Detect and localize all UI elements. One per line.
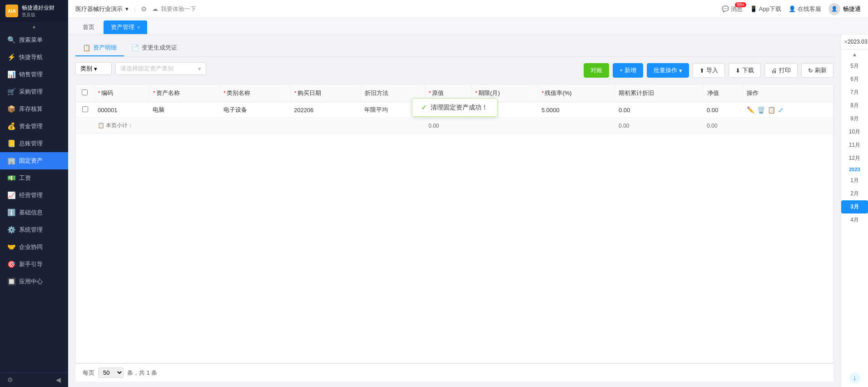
new-button[interactable]: + 新增 xyxy=(613,63,643,78)
month-9[interactable]: 9月 xyxy=(841,112,868,125)
sidebar-item-purchase[interactable]: 🛒 采购管理 xyxy=(0,83,68,100)
import-icon: ⬆ xyxy=(699,67,704,74)
sidebar-item-fixed[interactable]: 🏢 固定资产 xyxy=(0,152,68,169)
sidebar-item-quicknav[interactable]: ⚡ 快捷导航 xyxy=(0,49,68,66)
company-selector[interactable]: 医疗器械行业演示 ▾ xyxy=(75,5,129,13)
message-badge: 99+ xyxy=(735,2,746,7)
month-8[interactable]: 8月 xyxy=(841,99,868,112)
edit-icon[interactable]: ✏️ xyxy=(747,106,754,114)
tab-close-icon[interactable]: × xyxy=(137,25,140,30)
collapse-icon[interactable]: ◀ xyxy=(56,376,61,383)
content: 📋 资产明细 📄 变更生成凭证 类别 ▾ 请选择固定资产类别 xyxy=(68,35,868,387)
username: 畅捷通 xyxy=(843,5,861,13)
topbar-gear-icon[interactable]: ⚙ xyxy=(141,5,147,13)
month-2023-4[interactable]: 4月 xyxy=(841,213,868,227)
app-download-btn[interactable]: 📱 App下载 xyxy=(750,5,781,13)
sidebar-item-inventory[interactable]: 📦 库存核算 xyxy=(0,100,68,118)
sidebar-item-fund[interactable]: 💰 资金管理 xyxy=(0,118,68,135)
copy-icon[interactable]: 📋 xyxy=(768,106,775,114)
sidebar-item-label: 新手引导 xyxy=(19,260,43,268)
sidebar-item-label: 销售管理 xyxy=(19,70,43,79)
sidebar-scroll-up[interactable]: ▲ xyxy=(0,22,68,31)
experience-btn[interactable]: ☁ 我要体验一下 xyxy=(152,5,196,13)
sidebar-item-label: 库存核算 xyxy=(19,105,43,113)
user-menu[interactable]: 👤 畅捷通 xyxy=(828,3,861,15)
cell-residual-rate: 5.0000 xyxy=(538,102,615,118)
home-tab-label: 首页 xyxy=(83,23,94,31)
fixed-icon: 🏢 xyxy=(7,157,15,165)
download-button[interactable]: ⬇ 下载 xyxy=(729,63,761,78)
header-initial-accumulated: 期初累计折旧 xyxy=(615,84,703,102)
select-all-checkbox[interactable] xyxy=(82,89,88,95)
sub-tab-detail[interactable]: 📋 资产明细 xyxy=(75,40,124,56)
sidebar-item-ledger[interactable]: 📒 总账管理 xyxy=(0,135,68,152)
category-placeholder: 请选择固定资产类别 xyxy=(120,64,174,73)
sidebar-item-label: 企业协同 xyxy=(19,243,43,251)
month-2023-2[interactable]: 2月 xyxy=(841,187,868,200)
batch-button[interactable]: 批量操作 ▾ xyxy=(647,63,689,78)
cell-initial-accumulated: 0.00 xyxy=(615,102,703,118)
sidebar-item-search[interactable]: 🔍 搜索菜单 xyxy=(0,31,68,49)
delete-icon[interactable]: 🗑️ xyxy=(757,106,765,114)
category-dropdown[interactable]: 请选择固定资产类别 ▾ xyxy=(115,62,206,75)
sub-tab-voucher[interactable]: 📄 变更生成凭证 xyxy=(124,40,184,56)
category-filter-select[interactable]: 类别 ▾ xyxy=(75,62,112,75)
sidebar-item-guide[interactable]: 🎯 新手引导 xyxy=(0,256,68,273)
per-page-select[interactable]: 50 100 xyxy=(98,367,124,378)
sidebar-logo: AtA 畅捷通好业财 普及版 xyxy=(0,0,68,22)
sidebar-item-label: 工资 xyxy=(19,174,31,182)
subtotal-initial: 0.00 xyxy=(615,118,703,134)
month-2023-3[interactable]: 3月 xyxy=(841,200,868,213)
month-6[interactable]: 6月 xyxy=(841,73,868,86)
cell-category: 电子设备 xyxy=(220,102,290,118)
month-5[interactable]: 5月 xyxy=(841,60,868,73)
refresh-button[interactable]: ↻ 刷新 xyxy=(801,63,833,78)
panel-year-month: 2023.03 xyxy=(848,39,867,45)
app-download-icon: 📱 xyxy=(750,5,757,12)
month-11[interactable]: 11月 xyxy=(841,139,868,152)
sidebar-item-operations[interactable]: 📈 经营管理 xyxy=(0,187,68,204)
calendar-down-arrow[interactable]: ↓ xyxy=(849,372,860,383)
sidebar-item-label: 快捷导航 xyxy=(19,53,43,61)
category-label: 类别 xyxy=(80,64,92,73)
month-2023-1[interactable]: 1月 xyxy=(841,174,868,187)
online-service-btn[interactable]: 👤 在线客服 xyxy=(789,5,821,13)
settings-icon[interactable]: ⚙ xyxy=(7,376,13,383)
row-checkbox[interactable] xyxy=(82,106,88,112)
panel-close-icon[interactable]: × xyxy=(844,38,848,45)
header-residual-rate: *残值率(%) xyxy=(538,84,615,102)
purchase-icon: 🛒 xyxy=(7,88,15,96)
subtotal-net: 0.00 xyxy=(703,118,743,134)
action-cell: ✏️ 🗑️ 📋 ⤢ xyxy=(747,106,829,114)
calendar-scroll-up[interactable]: ▲ xyxy=(850,50,859,60)
success-toast: ✓ 清理固定资产成功！ xyxy=(412,98,497,117)
sidebar-item-system[interactable]: ⚙️ 系统管理 xyxy=(0,221,68,238)
month-7[interactable]: 7月 xyxy=(841,86,868,99)
subtotal-row: 📋 本页小计： 0.00 0.00 0.00 xyxy=(76,118,833,134)
sidebar-item-cooperation[interactable]: 🤝 企业协同 xyxy=(0,238,68,256)
table-container: ✓ 清理固定资产成功！ *编码 *资产名称 *类别名称 *购买 xyxy=(75,84,833,363)
sidebar-item-label: 经营管理 xyxy=(19,191,43,199)
header-operation: 操作 xyxy=(743,84,833,102)
tab-asset[interactable]: 资产管理 × xyxy=(104,20,147,34)
download-btn-label: 下载 xyxy=(742,66,754,74)
sidebar-item-apps[interactable]: 🔲 应用中心 xyxy=(0,273,68,290)
import-button[interactable]: ⬆ 导入 xyxy=(693,63,725,78)
logo-text: 畅捷通好业财 普及版 xyxy=(22,5,55,18)
detail-tab-icon: 📋 xyxy=(83,44,90,51)
per-page-label: 每页 xyxy=(83,369,94,377)
print-button[interactable]: 🖨 打印 xyxy=(764,63,798,78)
sidebar-item-label: 基础信息 xyxy=(19,208,43,217)
service-label: 在线客服 xyxy=(798,5,821,13)
sidebar-item-basic[interactable]: ℹ️ 基础信息 xyxy=(0,204,68,221)
more-icon[interactable]: ⤢ xyxy=(778,106,784,114)
tab-home[interactable]: 首页 xyxy=(75,20,102,34)
message-btn[interactable]: 💬 消息 99+ xyxy=(722,5,743,13)
month-10[interactable]: 10月 xyxy=(841,125,868,139)
header-name: *资产名称 xyxy=(149,84,219,102)
refresh-icon: ↻ xyxy=(808,67,813,74)
sidebar-item-sales[interactable]: 📊 销售管理 xyxy=(0,66,68,83)
sidebar-item-payroll[interactable]: 💵 工资 xyxy=(0,169,68,187)
ledger-button[interactable]: 对账 xyxy=(584,63,609,78)
month-12[interactable]: 12月 xyxy=(841,152,868,165)
